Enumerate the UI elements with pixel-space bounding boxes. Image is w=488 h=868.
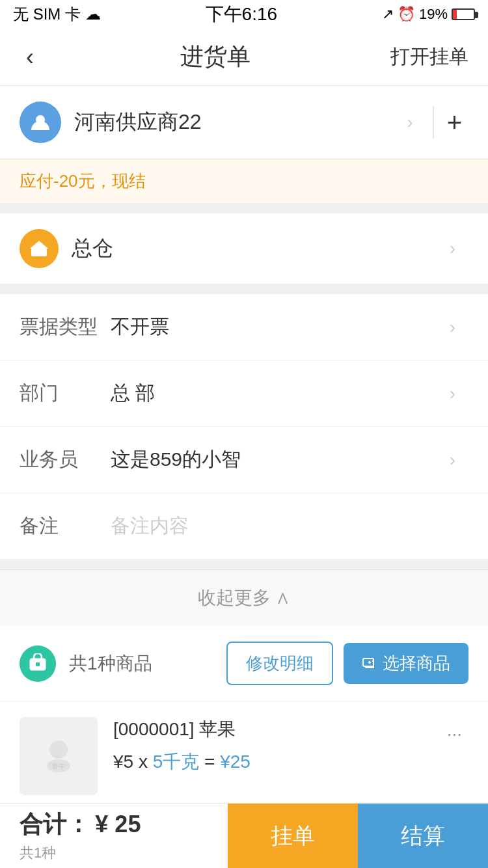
modify-detail-button[interactable]: 修改明细 <box>226 642 333 685</box>
equals-sign: = <box>204 752 220 772</box>
product-more-button[interactable]: ··· <box>441 717 468 751</box>
salesperson-chevron-icon: › <box>450 450 455 470</box>
total-count: 共1种 <box>20 843 208 863</box>
salesperson-label: 业务员 <box>20 446 98 473</box>
remark-input[interactable]: 备注内容 <box>111 513 468 539</box>
product-code: [0000001] <box>113 719 195 739</box>
battery-icon <box>452 8 475 20</box>
location-icon: ↗ <box>382 6 394 23</box>
supplier-row[interactable]: 河南供应商22 › + <box>0 86 488 159</box>
svg-marker-2 <box>30 241 48 249</box>
add-supplier-button[interactable]: + <box>441 108 468 137</box>
multiply-sign: x <box>139 752 153 772</box>
total-area: 合计： ¥ 25 共1种 <box>0 809 228 863</box>
product-name: [0000001] 苹果 <box>113 717 441 742</box>
product-price: ¥5 x 5千克 = ¥25 <box>113 750 441 774</box>
bottom-bar: 合计： ¥ 25 共1种 挂单 结算 <box>0 803 488 868</box>
form-section: 票据类型 不开票 › 部门 总 部 › 业务员 这是859的小智 › 备注 备注… <box>0 294 488 559</box>
status-left: 无 SIM 卡 ☁ <box>13 4 101 25</box>
product-count-icon <box>20 645 56 682</box>
supplier-section: 河南供应商22 › + 应付-20元，现结 <box>0 86 488 203</box>
open-hang-button[interactable]: 打开挂单 <box>390 44 468 70</box>
collapse-button[interactable]: 收起更多 ∧ <box>0 569 488 626</box>
total-label: 合计： <box>20 811 90 837</box>
status-right: ↗ ⏰ 19% <box>382 6 475 23</box>
checkout-button[interactable]: 结算 <box>358 804 488 869</box>
supplier-name: 河南供应商22 <box>74 108 407 137</box>
invoice-type-label: 票据类型 <box>20 314 98 340</box>
battery-level: 19% <box>419 6 448 23</box>
warehouse-icon <box>20 229 59 268</box>
product-count-text: 共1种商品 <box>69 651 226 676</box>
salesperson-value: 这是859的小智 <box>111 446 450 473</box>
nav-bar: ‹ 进货单 打开挂单 <box>0 29 488 86</box>
department-value: 总 部 <box>111 380 450 407</box>
status-bar: 无 SIM 卡 ☁ 下午6:16 ↗ ⏰ 19% <box>0 0 488 29</box>
department-label: 部门 <box>20 380 98 407</box>
warehouse-name: 总仓 <box>72 234 450 263</box>
department-chevron-icon: › <box>450 383 455 404</box>
alarm-icon: ⏰ <box>398 6 415 23</box>
product-title: 苹果 <box>199 719 236 739</box>
select-product-button[interactable]: 选择商品 <box>344 643 468 684</box>
svg-point-6 <box>49 740 68 759</box>
supplier-chevron-icon: › <box>407 112 413 133</box>
product-thumbnail: 鲁牛 <box>20 717 98 795</box>
page-title: 进货单 <box>180 41 251 73</box>
supplier-avatar <box>20 102 61 143</box>
svg-rect-1 <box>31 247 47 256</box>
product-item: 鲁牛 [0000001] 苹果 ¥5 x 5千克 = ¥25 ··· <box>0 701 488 811</box>
remark-label: 备注 <box>20 513 98 539</box>
total-price: ¥25 <box>220 752 251 772</box>
divider <box>433 106 434 139</box>
invoice-type-row[interactable]: 票据类型 不开票 › <box>0 294 488 360</box>
svg-text:鲁牛: 鲁牛 <box>52 763 65 770</box>
total-amount: ¥ 25 <box>95 811 141 837</box>
product-info: [0000001] 苹果 ¥5 x 5千克 = ¥25 <box>113 717 441 774</box>
select-product-label: 选择商品 <box>383 652 450 675</box>
remark-row[interactable]: 备注 备注内容 <box>0 493 488 559</box>
quantity: 5千克 <box>153 752 200 772</box>
product-header: 共1种商品 修改明细 选择商品 <box>0 626 488 701</box>
hang-order-button[interactable]: 挂单 <box>228 804 358 869</box>
warehouse-row[interactable]: 总仓 › <box>0 213 488 284</box>
department-row[interactable]: 部门 总 部 › <box>0 360 488 427</box>
back-button[interactable]: ‹ <box>20 37 40 77</box>
invoice-chevron-icon: › <box>450 317 455 338</box>
unit-price: ¥5 <box>113 752 133 772</box>
warehouse-section: 总仓 › <box>0 213 488 284</box>
status-time: 下午6:16 <box>206 2 278 27</box>
total-amount-row: 合计： ¥ 25 <box>20 809 208 841</box>
product-section: 共1种商品 修改明细 选择商品 鲁牛 <box>0 626 488 811</box>
payment-note: 应付-20元，现结 <box>0 159 488 203</box>
warehouse-chevron-icon: › <box>450 238 455 259</box>
sim-status: 无 SIM 卡 ☁ <box>13 4 101 25</box>
svg-rect-4 <box>36 662 40 666</box>
invoice-type-value: 不开票 <box>111 314 450 340</box>
salesperson-row[interactable]: 业务员 这是859的小智 › <box>0 427 488 493</box>
